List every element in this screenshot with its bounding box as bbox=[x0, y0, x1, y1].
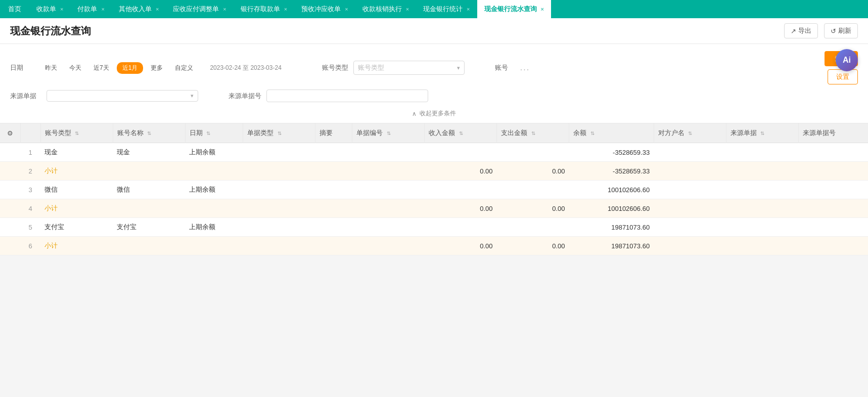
date-label: 日期 bbox=[10, 63, 30, 72]
td-summary bbox=[315, 237, 352, 255]
td-doc-type bbox=[243, 237, 315, 255]
th-account-type[interactable]: 账号类型 ⇅ bbox=[40, 123, 113, 143]
th-doc-num[interactable]: 单据编号 ⇅ bbox=[352, 123, 425, 143]
td-doc-type bbox=[243, 218, 315, 237]
nav-home[interactable]: 首页 bbox=[0, 0, 29, 18]
td-source-doc bbox=[726, 218, 798, 237]
td-balance: 19871073.60 bbox=[569, 237, 654, 255]
table-row[interactable]: 6 小计 0.00 0.00 19871073.60 bbox=[0, 237, 868, 255]
td-account-name bbox=[113, 237, 185, 255]
th-account-name[interactable]: 账号名称 ⇅ bbox=[113, 123, 185, 143]
chevron-down-icon: ▾ bbox=[457, 65, 460, 71]
ai-badge[interactable]: Ai bbox=[836, 49, 858, 71]
td-income bbox=[425, 181, 497, 199]
td-counterparty bbox=[654, 162, 726, 181]
td-row-num: 1 bbox=[20, 143, 40, 162]
td-income: 0.00 bbox=[425, 237, 497, 255]
td-source-doc bbox=[726, 181, 798, 199]
td-expense: 0.00 bbox=[497, 237, 569, 255]
export-icon: ↗ bbox=[791, 27, 796, 35]
nav-item-3[interactable]: 应收应付调整单 × bbox=[166, 0, 233, 18]
close-icon-0[interactable]: × bbox=[60, 0, 63, 18]
td-balance: -3528659.33 bbox=[569, 162, 654, 181]
th-gear[interactable]: ⚙ bbox=[0, 123, 20, 143]
nav-item-8[interactable]: 现金银行流水查询 × bbox=[477, 0, 551, 18]
nav-item-4[interactable]: 银行存取款单 × bbox=[234, 0, 294, 18]
close-icon-4[interactable]: × bbox=[284, 0, 287, 18]
td-doc-type bbox=[243, 181, 315, 199]
date-btn-more[interactable]: 更多 bbox=[146, 62, 167, 74]
table-row[interactable]: 4 小计 0.00 0.00 100102606.60 bbox=[0, 199, 868, 218]
td-gear bbox=[0, 218, 20, 237]
td-source-doc-num bbox=[798, 143, 868, 162]
source-doc-chevron-icon: ▾ bbox=[191, 93, 194, 99]
source-doc-num-input[interactable] bbox=[266, 90, 428, 102]
th-source-doc-num[interactable]: 来源单据号 bbox=[798, 123, 868, 143]
table-row[interactable]: 2 小计 0.00 0.00 -3528659.33 bbox=[0, 162, 868, 181]
table-row[interactable]: 5 支付宝 支付宝 上期余额 19871073.60 bbox=[0, 218, 868, 237]
nav-item-0[interactable]: 收款单 × bbox=[29, 0, 70, 18]
close-icon-5[interactable]: × bbox=[345, 0, 348, 18]
td-counterparty bbox=[654, 237, 726, 255]
td-date bbox=[185, 237, 243, 255]
nav-item-5[interactable]: 预收冲应收单 × bbox=[294, 0, 355, 18]
td-expense: 0.00 bbox=[497, 162, 569, 181]
td-gear bbox=[0, 199, 20, 218]
td-expense bbox=[497, 143, 569, 162]
account-dots[interactable]: ... bbox=[520, 63, 530, 72]
th-date[interactable]: 日期 ⇅ bbox=[185, 123, 243, 143]
export-button[interactable]: ↗ 导出 bbox=[784, 23, 818, 38]
date-btn-yesterday[interactable]: 昨天 bbox=[40, 62, 62, 74]
td-income bbox=[425, 218, 497, 237]
close-icon-1[interactable]: × bbox=[101, 0, 104, 18]
close-icon-3[interactable]: × bbox=[223, 0, 226, 18]
th-doc-type[interactable]: 单据类型 ⇅ bbox=[243, 123, 315, 143]
account-type-label: 账号类型 bbox=[322, 63, 348, 72]
date-btn-7days[interactable]: 近7天 bbox=[89, 62, 114, 74]
refresh-icon: ↺ bbox=[831, 27, 836, 35]
td-source-doc-num bbox=[798, 181, 868, 199]
nav-item-6[interactable]: 收款核销执行 × bbox=[355, 0, 416, 18]
collapse-bar[interactable]: ∧ 收起更多条件 bbox=[10, 107, 858, 118]
source-doc-select[interactable]: ▾ bbox=[47, 90, 198, 102]
th-income[interactable]: 收入金额 ⇅ bbox=[425, 123, 497, 143]
th-balance[interactable]: 余额 ⇅ bbox=[569, 123, 654, 143]
source-doc-label: 来源单据 bbox=[10, 92, 36, 101]
td-date bbox=[185, 162, 243, 181]
th-source-doc[interactable]: 来源单据 ⇅ bbox=[726, 123, 798, 143]
close-icon-8[interactable]: × bbox=[541, 0, 544, 18]
refresh-button[interactable]: ↺ 刷新 bbox=[824, 23, 858, 38]
td-account-name bbox=[113, 199, 185, 218]
account-type-placeholder: 账号类型 bbox=[358, 63, 384, 72]
td-source-doc-num bbox=[798, 162, 868, 181]
close-icon-7[interactable]: × bbox=[467, 0, 470, 18]
td-balance: -3528659.33 bbox=[569, 143, 654, 162]
close-icon-6[interactable]: × bbox=[406, 0, 409, 18]
top-nav: 首页 收款单 × 付款单 × 其他收入单 × 应收应付调整单 × 银行存取款单 … bbox=[0, 0, 868, 18]
filter-area: 日期 昨天 今天 近7天 近1月 更多 自定义 2023-02-24 至 202… bbox=[0, 44, 868, 123]
date-btn-today[interactable]: 今天 bbox=[65, 62, 86, 74]
date-btn-1month[interactable]: 近1月 bbox=[117, 62, 144, 74]
nav-item-2[interactable]: 其他收入单 × bbox=[112, 0, 166, 18]
td-expense bbox=[497, 218, 569, 237]
nav-item-1[interactable]: 付款单 × bbox=[70, 0, 111, 18]
account-label: 账号 bbox=[495, 63, 515, 72]
td-doc-num bbox=[352, 199, 425, 218]
date-btn-custom[interactable]: 自定义 bbox=[170, 62, 198, 74]
settings-button[interactable]: 设置 bbox=[828, 69, 858, 84]
td-account-name: 现金 bbox=[113, 143, 185, 162]
td-doc-num bbox=[352, 218, 425, 237]
nav-item-7[interactable]: 现金银行统计 × bbox=[416, 0, 477, 18]
th-summary[interactable]: 摘要 bbox=[315, 123, 352, 143]
td-account-name bbox=[113, 162, 185, 181]
table-row[interactable]: 1 现金 现金 上期余额 -3528659.33 bbox=[0, 143, 868, 162]
th-expense[interactable]: 支出金额 ⇅ bbox=[497, 123, 569, 143]
td-summary bbox=[315, 218, 352, 237]
td-expense bbox=[497, 181, 569, 199]
date-range-display: 2023-02-24 至 2023-03-24 bbox=[210, 64, 281, 72]
table-row[interactable]: 3 微信 微信 上期余额 100102606.60 bbox=[0, 181, 868, 199]
account-type-select[interactable]: 账号类型 ▾ bbox=[353, 61, 465, 75]
td-income bbox=[425, 143, 497, 162]
th-counterparty[interactable]: 对方户名 ⇅ bbox=[654, 123, 726, 143]
close-icon-2[interactable]: × bbox=[156, 0, 159, 18]
